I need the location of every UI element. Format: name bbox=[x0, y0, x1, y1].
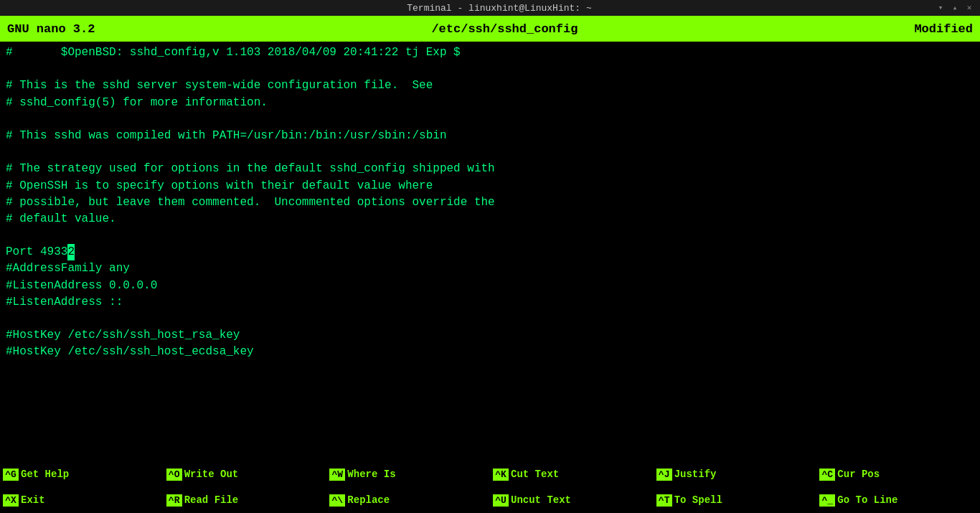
cmd-label: Uncut Text bbox=[511, 494, 571, 506]
editor-line: #HostKey /etc/ssh/ssh_host_rsa_key bbox=[6, 327, 974, 344]
editor-line bbox=[6, 61, 974, 77]
minimize-button[interactable]: ▾ bbox=[936, 3, 946, 13]
cmd-key: ^\ bbox=[329, 494, 345, 507]
nano-command[interactable]: ^WWhere Is bbox=[326, 461, 490, 487]
editor-line: # This sshd was compiled with PATH=/usr/… bbox=[6, 128, 974, 144]
cmd-key: ^J bbox=[656, 469, 672, 481]
titlebar-controls[interactable]: ▾ ▴ ✕ bbox=[936, 3, 974, 13]
nano-command[interactable]: ^_Go To Line bbox=[816, 487, 980, 513]
cmd-key: ^G bbox=[3, 469, 19, 481]
nano-header: GNU nano 3.2 /etc/ssh/sshd_config Modifi… bbox=[0, 16, 980, 42]
editor-line: #ListenAddress 0.0.0.0 bbox=[6, 278, 974, 294]
cmd-label: Replace bbox=[347, 494, 390, 506]
editor-line bbox=[6, 227, 974, 244]
cmd-label: Cut Text bbox=[511, 469, 559, 480]
cmd-label: To Spell bbox=[674, 494, 722, 506]
nano-command[interactable]: ^TTo Spell bbox=[654, 487, 817, 513]
close-button[interactable]: ✕ bbox=[964, 3, 974, 13]
titlebar-title: Terminal - linuxhint@LinuxHint: ~ bbox=[63, 3, 936, 14]
cmd-label: Get Help bbox=[21, 469, 69, 480]
cmd-label: Read File bbox=[184, 494, 239, 506]
editor-line: Port 49332 bbox=[6, 244, 974, 260]
editor-line bbox=[6, 111, 974, 128]
command-row-1: ^GGet Help^OWrite Out^WWhere Is^KCut Tex… bbox=[0, 461, 980, 487]
editor-line: # $OpenBSD: sshd_config,v 1.103 2018/04/… bbox=[6, 44, 974, 61]
cmd-key: ^C bbox=[819, 469, 835, 481]
nano-version: GNU nano 3.2 bbox=[7, 22, 95, 36]
cmd-key: ^K bbox=[493, 469, 509, 481]
cmd-key: ^O bbox=[166, 469, 182, 481]
cmd-key: ^X bbox=[3, 494, 19, 507]
editor-line: # The strategy used for options in the d… bbox=[6, 161, 974, 177]
nano-command[interactable]: ^RRead File bbox=[164, 487, 327, 513]
nano-command[interactable]: ^GGet Help bbox=[0, 461, 164, 487]
cmd-key: ^U bbox=[493, 494, 509, 507]
cursor: 2 bbox=[67, 244, 75, 260]
editor-line bbox=[6, 144, 974, 161]
nano-modified: Modified bbox=[914, 22, 973, 36]
nano-command[interactable]: ^XExit bbox=[0, 487, 164, 513]
editor-line: #AddressFamily any bbox=[6, 260, 974, 277]
bottom-commands: ^GGet Help^OWrite Out^WWhere Is^KCut Tex… bbox=[0, 461, 980, 513]
cmd-key: ^R bbox=[166, 494, 182, 507]
editor-line bbox=[6, 311, 974, 327]
nano-command[interactable]: ^\Replace bbox=[326, 487, 490, 513]
cmd-label: Cur Pos bbox=[837, 469, 880, 480]
editor-line: # default value. bbox=[6, 211, 974, 227]
editor-line: #ListenAddress :: bbox=[6, 294, 974, 311]
titlebar: Terminal - linuxhint@LinuxHint: ~ ▾ ▴ ✕ bbox=[0, 0, 980, 16]
cmd-key: ^W bbox=[329, 469, 345, 481]
nano-command[interactable]: ^JJustify bbox=[654, 461, 817, 487]
nano-command[interactable]: ^UUncut Text bbox=[490, 487, 654, 513]
cmd-label: Exit bbox=[21, 494, 45, 506]
nano-command[interactable]: ^CCur Pos bbox=[816, 461, 980, 487]
cmd-key: ^T bbox=[656, 494, 672, 507]
editor-line: # OpenSSH is to specify options with the… bbox=[6, 178, 974, 194]
cmd-label: Where Is bbox=[347, 469, 395, 480]
cmd-label: Justify bbox=[674, 469, 717, 480]
editor-line: #HostKey /etc/ssh/ssh_host_ecdsa_key bbox=[6, 344, 974, 360]
nano-command[interactable]: ^KCut Text bbox=[490, 461, 654, 487]
cmd-key: ^_ bbox=[819, 494, 835, 507]
nano-command[interactable]: ^OWrite Out bbox=[164, 461, 327, 487]
editor-line: # possible, but leave them commented. Un… bbox=[6, 194, 974, 211]
cmd-label: Write Out bbox=[184, 469, 239, 480]
command-row-2: ^XExit^RRead File^\Replace^UUncut Text^T… bbox=[0, 487, 980, 513]
editor-line: # This is the sshd server system-wide co… bbox=[6, 77, 974, 94]
editor[interactable]: # $OpenBSD: sshd_config,v 1.103 2018/04/… bbox=[0, 42, 980, 461]
editor-line: # sshd_config(5) for more information. bbox=[6, 95, 974, 111]
nano-filename: /etc/ssh/sshd_config bbox=[431, 22, 578, 36]
maximize-button[interactable]: ▴ bbox=[950, 3, 960, 13]
cmd-label: Go To Line bbox=[837, 494, 897, 506]
